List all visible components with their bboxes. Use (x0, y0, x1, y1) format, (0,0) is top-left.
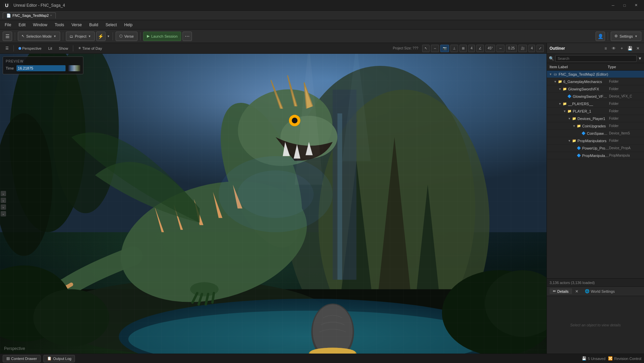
verse-icon: ⬡ (119, 34, 123, 38)
outliner-filter-button[interactable]: ≡ (602, 45, 609, 52)
unsaved-info[interactable]: 💾 5 Unsaved (582, 356, 606, 361)
grid-btn[interactable]: ⊞ (459, 45, 467, 52)
outliner-search-bar: 🔍 ▼ (547, 54, 644, 63)
outliner-close-button[interactable]: ✕ (635, 45, 641, 52)
more-options-button[interactable]: ⋯ (183, 32, 192, 41)
launch-session-button[interactable]: ▶ Launch Session (143, 32, 181, 41)
menu-verse[interactable]: Verse (68, 22, 85, 28)
outliner-eye-button[interactable]: 👁 (610, 45, 617, 52)
show-button[interactable]: Show (56, 45, 71, 52)
tree-expand-icon[interactable]: ▼ (558, 87, 562, 91)
close-button[interactable]: ✕ (631, 2, 641, 9)
edge-icon-1[interactable]: ⌄ (1, 191, 6, 196)
tree-item[interactable]: ▼ 📁 GlowingSwordVFX Folder (547, 85, 644, 93)
camera-speed-btn[interactable]: 🎥 (518, 45, 527, 52)
scale-btn[interactable]: ↔ (496, 45, 505, 52)
tree-expand-icon[interactable]: ▼ (572, 124, 576, 128)
maximize-btn[interactable]: ⤢ (536, 45, 544, 52)
tree-expand-icon[interactable]: ▼ (553, 79, 558, 84)
angle-btn[interactable]: ∠ (476, 45, 484, 52)
maximize-button[interactable]: □ (619, 2, 630, 9)
tree-item[interactable]: 🔷 CoinSpawner1Pla Device_ItemS (547, 130, 644, 137)
menu-tools[interactable]: Tools (51, 22, 68, 28)
grid-value[interactable]: 4 (468, 45, 475, 52)
tree-item-type: Folder (609, 80, 643, 83)
project-button[interactable]: 🗂 Project ▼ (66, 32, 95, 41)
settings-button[interactable]: ⚙ Settings ▼ (611, 32, 641, 41)
tree-item-label: GlowingSwordVFX (568, 87, 609, 91)
attractor-button[interactable]: ⚡ (96, 32, 106, 41)
tree-item[interactable]: 🔷 GlowingSword_VFX Cre Device_VFX_C (547, 93, 644, 100)
tree-item[interactable]: ▼ 📁 PLAYER_1 Folder (547, 108, 644, 115)
tree-expand-icon[interactable]: ▼ (548, 72, 553, 77)
camera-btn[interactable]: 📷 (440, 45, 449, 52)
menu-window[interactable]: Window (30, 22, 51, 28)
tree-expand-icon[interactable] (562, 94, 567, 99)
scale-value[interactable]: 0.25 (506, 45, 517, 52)
outliner-add-button[interactable]: + (618, 45, 625, 52)
tree-expand-icon[interactable] (576, 131, 581, 136)
outliner-search-dropdown-icon[interactable]: ▼ (638, 56, 642, 61)
tree-item-label: __PLAYERS__ (568, 102, 609, 106)
edge-icon-3[interactable]: ⌄ (1, 204, 6, 210)
tree-item[interactable]: ▼ 📁 PropManipulators Folder (547, 137, 644, 145)
toolbar-separator-5 (608, 32, 608, 40)
viewport-canvas[interactable]: PREVIEW Time ⌄ ⌄ ⌄ ⌄ Perspective (0, 54, 547, 354)
translate-btn[interactable]: ↔ (431, 45, 439, 52)
content-drawer-button[interactable]: ▤ Content Drawer (3, 355, 41, 362)
attractor-icon: ⚡ (98, 34, 104, 39)
time-input[interactable] (16, 65, 66, 71)
tree-expand-icon[interactable]: ▼ (562, 109, 567, 114)
tree-item-icon: 📁 (562, 102, 567, 106)
perspective-button[interactable]: Perspective (16, 45, 44, 52)
tree-expand-icon[interactable] (572, 146, 576, 151)
menu-file[interactable]: File (1, 22, 14, 28)
attractor-arrow[interactable]: ▼ (107, 35, 110, 38)
tree-item[interactable]: ▼ 🗂 FNC_Saga_TestMap2 (Editor) (547, 71, 644, 78)
lit-button[interactable]: Lit (45, 45, 55, 52)
menu-edit[interactable]: Edit (15, 22, 29, 28)
tree-item[interactable]: 🔷 PropManipulationGan PropManipula (547, 152, 644, 159)
tree-expand-icon[interactable]: ▼ (558, 102, 562, 106)
menu-build[interactable]: Build (86, 22, 102, 28)
world-settings-tab[interactable]: 🌐 World Settings (581, 288, 618, 294)
tab-close-icon[interactable]: + (50, 14, 52, 17)
minimize-button[interactable]: ─ (608, 2, 618, 9)
camera-speed-value[interactable]: 4 (528, 45, 535, 52)
map-tab[interactable]: 📄 FNC_Saga_TestMap2 + (3, 12, 56, 18)
hamburger-button[interactable]: ☰ (3, 32, 12, 41)
outliner-save-icon: 💾 (628, 46, 633, 51)
time-gradient[interactable] (68, 65, 80, 71)
outliner-save-button[interactable]: 💾 (627, 45, 633, 52)
vp-sep-1 (13, 45, 14, 51)
select-mode-btn[interactable]: ↖ (422, 45, 430, 52)
viewport-menu-button[interactable]: ☰ (3, 45, 11, 52)
edge-icon-4[interactable]: ⌄ (1, 211, 6, 216)
details-panel: ✏ Details ✕ 🌐 World Settings Select an o… (547, 286, 644, 354)
tree-item[interactable]: 🔷 PowerUp_PropManipula Device_PropA (547, 145, 644, 152)
tree-item[interactable]: ▼ 📁 6_GameplayMechanics Folder (547, 78, 644, 85)
user-button[interactable]: 👤 (596, 32, 605, 41)
menu-help[interactable]: Help (121, 22, 136, 28)
world-icon: 🌐 (585, 289, 590, 293)
selection-mode-button[interactable]: ↖ Selection Mode ▼ (18, 32, 60, 41)
tree-item-label: PropManipulationGan (582, 154, 609, 158)
menu-select[interactable]: Select (102, 22, 120, 28)
tree-item[interactable]: ▼ 📁 Devices_Player1 Folder (547, 115, 644, 122)
outliner-search-input[interactable] (555, 55, 637, 62)
details-close-button[interactable]: ✕ (573, 288, 580, 295)
tree-expand-icon[interactable]: ▼ (567, 116, 572, 121)
tree-item[interactable]: ▼ 📁 __PLAYERS__ Folder (547, 100, 644, 108)
output-log-button[interactable]: 📋 Output Log (43, 355, 75, 362)
tree-item[interactable]: ▼ 📁 CoinUpgrades Folder (547, 122, 644, 130)
tree-expand-icon[interactable]: ▼ (567, 138, 572, 143)
surface-snap-btn[interactable]: ⊥ (450, 45, 458, 52)
angle-value[interactable]: 45° (485, 45, 495, 52)
time-of-day-button[interactable]: ☀ Time of Day (75, 45, 105, 52)
outliner-tree[interactable]: ▼ 🗂 FNC_Saga_TestMap2 (Editor) ▼ 📁 6_Gam… (547, 71, 644, 278)
revision-control-info[interactable]: 🔀 Revision Control (608, 356, 641, 361)
details-tab[interactable]: ✏ Details (550, 288, 572, 294)
edge-icon-2[interactable]: ⌄ (1, 198, 6, 203)
tree-expand-icon[interactable] (572, 153, 576, 158)
verse-button[interactable]: ⬡ Verse (116, 32, 137, 41)
